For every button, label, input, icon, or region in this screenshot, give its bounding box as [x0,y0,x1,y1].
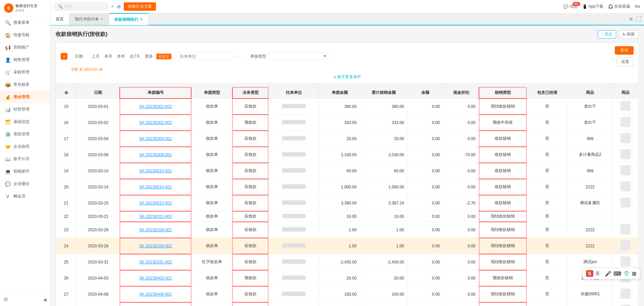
refresh-button[interactable]: ↻ 刷新 [619,30,639,39]
date-custom-button[interactable]: 自定义 [156,54,171,59]
keyboard-icon[interactable]: ⌨ [613,270,621,277]
td-amount: 1.00 [319,222,360,238]
doc-link[interactable]: SK-20230301-002 [139,104,172,109]
topbar-search[interactable]: 🔍 搜索 [54,2,108,11]
collapse-icon[interactable]: ◀ [43,297,47,302]
sidebar-item-member[interactable]: V畅会员 [0,190,50,202]
td-docno[interactable]: SK-20230321-003 [120,211,191,222]
doc-link[interactable]: SK-20230321-003 [139,214,172,219]
sidebar-item-system[interactable]: ⚙️系统管理 [0,128,50,140]
filter-settings-button[interactable]: 设置 [617,57,634,66]
table-row[interactable]: 24 2023-03-28 SK-20230328-002 收款单 应收款 1.… [56,238,638,254]
maximize-icon[interactable]: ⛶ [636,16,641,22]
close-window-icon[interactable]: ✕ [629,16,633,22]
date-more[interactable]: 更多 [144,53,154,60]
td-discount: -2.76 [443,195,479,211]
doc-link[interactable]: SK-20230315-002 [139,201,172,205]
doc-link[interactable]: SK-20230314-001 [139,185,172,189]
table-row[interactable]: 27 2023-04-08 SK-20230408-001 收款单 应收款 10… [56,286,638,302]
partner-input[interactable] [177,53,233,60]
td-goods2-img [612,115,638,131]
td-docno[interactable]: SK-20230310-001 [120,163,191,179]
table-row[interactable]: 28 2023-04-18 SK-20230418-001 收款单 应收款 10… [56,302,638,306]
td-docno[interactable]: SK-20230328-002 [120,238,191,254]
table-row[interactable]: 20 2023-03-14 SK-20230314-001 收款单 应收款 1,… [56,179,638,195]
table-row[interactable]: 23 2023-03-28 SK-20230328-001 收款单 应收款 1.… [56,222,638,238]
td-docno[interactable]: SK-20230302-002 [120,115,191,131]
td-docno[interactable]: SK-20230328-001 [120,222,191,238]
input-method-label[interactable]: 英 [595,270,600,277]
doc-link[interactable]: SK-20230304-001 [139,136,172,141]
td-docno[interactable]: SK-20230418-001 [120,302,191,306]
sidebar-item-base[interactable]: 🗂️基础信息 [0,116,50,128]
doc-link[interactable]: SK-20230403-002 [139,276,172,281]
dropdown-arrow-icon[interactable]: ▼ [111,5,114,8]
sidebar-item-guide[interactable]: 📖新手引导 [0,153,50,165]
table-row[interactable]: 16 2023-03-02 SK-20230302-002 收款单 预收款 33… [56,115,638,131]
table-row[interactable]: 18 2023-03-08 SK-20230308-001 收款单 应收款 2,… [56,147,638,163]
sidebar-item-hardware[interactable]: 💻智能硬件 [0,165,50,178]
sidebar-item-operation[interactable]: 📊经营管理 [0,103,50,116]
sidebar-item-inventory[interactable]: 📦库存核算 [0,78,50,91]
tab-current-close-icon[interactable]: ✕ [140,17,143,22]
date-7days[interactable]: 近7天 [128,53,142,60]
td-doctype: 收款单 [191,163,232,179]
date-this-year[interactable]: 本年 [116,53,126,60]
sidebar-item-search[interactable]: 🔍搜索菜单 [0,16,50,29]
td-docno[interactable]: SK-20230301-002 [120,99,191,115]
doc-link[interactable]: SK-20230408-001 [139,292,172,297]
online-service-button[interactable]: 🎧 在线客服 [608,4,630,9]
sidebar-item-coop[interactable]: 🤝企业协同 [0,140,50,153]
sidebar-item-shortcuts[interactable]: 🏠快捷导航 [0,29,50,41]
table-row[interactable]: 19 2023-03-10 SK-20230310-001 收款单 应收款 60… [56,163,638,179]
td-docno[interactable]: SK-20230314-001 [120,179,191,195]
settings-icon[interactable]: ⚙ [3,296,8,303]
doc-link[interactable]: SK-20230328-001 [139,228,172,232]
td-docno[interactable]: SK-20230331-002 [120,254,191,270]
table-row[interactable]: 26 2023-04-03 SK-20230403-002 收款单 预收款 20… [56,270,638,286]
mic-icon[interactable]: 🎤 [605,270,611,277]
filter-expand-button[interactable]: » [61,53,67,60]
td-amount: 10.00 [319,211,360,222]
industry-solution-button[interactable]: 体验行业方案 [124,2,156,11]
td-docno[interactable]: SK-20230403-002 [120,270,191,286]
sidebar-item-sales[interactable]: 👤销售管理 [0,54,50,66]
app-download-button[interactable]: 📱 App下载 [582,4,603,9]
table-row[interactable]: 25 2023-03-31 SK-20230331-002 红字收款单 应收款 … [56,254,638,270]
tab-current[interactable]: 收款核销执行 ✕ [109,13,149,25]
expand-more-conditions[interactable]: ∨ 展开更多条件 [333,74,361,80]
gear-icon[interactable]: ⚙ [117,4,121,9]
sidebar-item-wechat[interactable]: 💬企业微信 [0,178,50,190]
date-last-month[interactable]: 上月 [90,53,101,60]
doc-link[interactable]: SK-20230308-001 [139,152,172,157]
doc-link[interactable]: SK-20230310-001 [139,169,172,173]
query-button[interactable]: 查询 [615,46,634,55]
th-config[interactable]: ⚙ [56,87,76,99]
td-docno[interactable]: SK-20230304-001 [120,131,191,147]
export-button[interactable]: ↑ 导出 [598,30,616,39]
doc-link[interactable]: SK-20230328-002 [139,244,172,248]
table-row[interactable]: 21 2023-03-15 SK-20230315-002 收款单 应收款 3,… [56,195,638,211]
notice-button[interactable]: 💬 消息 99+ [564,4,578,9]
td-docno[interactable]: SK-20230315-002 [120,195,191,211]
doc-link[interactable]: SK-20230302-002 [139,120,172,125]
date-this-month[interactable]: 本月 [103,53,114,60]
tab-home[interactable]: 首页 [50,13,69,25]
td-docno[interactable]: SK-20230308-001 [120,147,191,163]
doc-link[interactable]: SK-20230331-002 [139,260,172,264]
sidebar-item-purchase[interactable]: 🛒采购管理 [0,66,50,78]
tab-payable-close-icon[interactable]: ✕ [100,17,103,21]
table-row[interactable]: 15 2023-03-01 SK-20230301-002 收款单 应收款 36… [56,99,638,115]
grid-icon[interactable]: ⊞ [632,270,636,277]
sidebar-item-marketing[interactable]: 📢营销推广 [0,41,50,54]
shirt-icon[interactable]: 👕 [623,270,630,277]
finance-icon: 💰 [5,95,11,100]
table-row[interactable]: 17 2023-03-04 SK-20230304-001 收款单 应收款 20… [56,131,638,147]
td-docno[interactable]: SK-20230408-001 [120,286,191,302]
tab-payable[interactable]: 预付冲应付单 ✕ [69,13,109,25]
doc-type-select[interactable] [268,53,329,60]
sidebar-item-finance[interactable]: 💰资金管理 [0,91,50,103]
td-amount: 360.00 [319,99,360,115]
more-options-icon[interactable]: ··· [235,53,241,59]
table-row[interactable]: 22 2023-03-21 SK-20230321-003 收款单 应收款 10… [56,211,638,222]
